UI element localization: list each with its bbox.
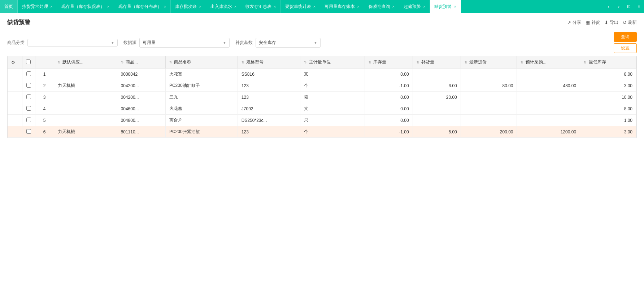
cell-stock-4: 0.00	[365, 115, 413, 126]
cell-est-4	[517, 115, 580, 126]
cell-checkbox-5[interactable]	[22, 126, 35, 138]
col-gear[interactable]: ⚙	[8, 56, 22, 69]
category-select[interactable]: ▼	[27, 39, 118, 47]
export-button[interactable]: ⬇ 导出	[604, 19, 618, 26]
cell-restock-4	[413, 115, 461, 126]
filter-row: 商品分类 ▼ 数据源 可用量 ▼ 补货基数 安全库存 ▼ 查询 设置	[7, 32, 637, 53]
tab-close-abnormal[interactable]: ×	[50, 4, 52, 9]
col-product-code[interactable]: ⇅ 商品...	[117, 56, 165, 69]
col-est-purchase[interactable]: ⇅ 预计采购...	[517, 56, 580, 69]
tab-inventory-status[interactable]: 现存量（库存状况表） ×	[57, 0, 114, 13]
nav-arrows: ‹ › ⊡ ×	[604, 0, 644, 13]
tab-close-overstock-warn[interactable]: ×	[423, 4, 425, 9]
tab-close-inventory-dist[interactable]: ×	[164, 4, 166, 9]
tab-close-expiry-query[interactable]: ×	[392, 4, 395, 9]
cell-spec-5: 123	[238, 126, 300, 138]
cell-restock-2: 20.00	[413, 92, 461, 103]
cell-code-5: 801110...	[117, 126, 165, 138]
restock-button[interactable]: ▦ 补货	[586, 19, 600, 26]
cell-est-1: 480.00	[517, 80, 580, 92]
col-checkbox[interactable]	[22, 56, 35, 69]
cell-checkbox-3[interactable]	[22, 103, 35, 115]
refresh-button[interactable]: ↺ 刷新	[623, 19, 637, 26]
cell-num-0: 1	[35, 69, 54, 80]
settings-button[interactable]: 设置	[614, 43, 637, 53]
gear-settings-icon[interactable]: ⚙	[11, 60, 15, 65]
row-checkbox-4[interactable]	[26, 118, 31, 122]
filter-actions: 查询 设置	[614, 32, 637, 53]
cell-name-3: 火花塞	[165, 103, 238, 115]
cell-name-5: PC200张紧油缸	[165, 126, 238, 138]
col-stock-qty[interactable]: ⇅ 库存量	[365, 56, 413, 69]
cell-checkbox-0[interactable]	[22, 69, 35, 80]
cell-name-0: 火花塞	[165, 69, 238, 80]
restock-basis-select[interactable]: 安全库存 ▼	[256, 38, 321, 48]
sort-spec-icon: ⇅	[242, 61, 244, 64]
cell-stock-3: 0.00	[365, 103, 413, 115]
select-all-checkbox[interactable]	[26, 59, 31, 64]
datasource-value: 可用量	[143, 40, 156, 46]
row-checkbox-3[interactable]	[26, 106, 31, 111]
col-latest-price[interactable]: ⇅ 最新进价	[461, 56, 517, 69]
tab-abnormal[interactable]: 拣货异常处理 ×	[18, 0, 57, 13]
cell-unit-2: 箱	[300, 92, 365, 103]
tab-close-recv-summary[interactable]: ×	[274, 4, 276, 9]
table-row: 4 004600... 火花塞 J7092 支 0.00 8.00	[8, 103, 636, 115]
tab-overstock-warn[interactable]: 超储预警 ×	[399, 0, 430, 13]
cell-supplier-5: 力天机械	[54, 126, 117, 138]
nav-close-btn[interactable]: ×	[634, 0, 644, 13]
datasource-label: 数据源	[123, 40, 136, 46]
tab-order-stats[interactable]: 要货单统计表 ×	[281, 0, 320, 13]
tab-close-inout-flow[interactable]: ×	[234, 4, 236, 9]
tab-close-order-stats[interactable]: ×	[313, 4, 316, 9]
page-title: 缺货预警	[7, 19, 30, 26]
sort-supplier-icon: ⇅	[58, 61, 61, 64]
tab-home[interactable]: 首页	[0, 0, 18, 13]
col-product-name[interactable]: ⇅ 商品名称	[165, 56, 238, 69]
cell-supplier-4	[54, 115, 117, 126]
nav-restore-btn[interactable]: ⊡	[624, 0, 634, 13]
row-checkbox-5[interactable]	[26, 129, 31, 134]
tab-expiry-query[interactable]: 保质期查询 ×	[364, 0, 399, 13]
page-header: 缺货预警 ↗ 分享 ▦ 补货 ⬇ 导出 ↺ 刷新	[7, 19, 637, 26]
row-checkbox-2[interactable]	[26, 94, 31, 99]
tab-recv-summary[interactable]: 收发存汇总表 ×	[241, 0, 280, 13]
cell-checkbox-4[interactable]	[22, 115, 35, 126]
restock-basis-value: 安全库存	[259, 40, 276, 46]
tab-available-ledger[interactable]: 可用量库存账本 ×	[320, 0, 364, 13]
export-icon: ⬇	[604, 20, 608, 25]
tab-inventory-dist[interactable]: 现存量（库存分布表） ×	[114, 0, 171, 13]
tab-close-inventory-status[interactable]: ×	[107, 4, 109, 9]
col-restock-qty[interactable]: ⇅ 补货量	[413, 56, 461, 69]
col-spec[interactable]: ⇅ 规格型号	[238, 56, 300, 69]
page-content: 缺货预警 ↗ 分享 ▦ 补货 ⬇ 导出 ↺ 刷新 商品分类	[0, 13, 644, 287]
col-default-supplier[interactable]: ⇅ 默认供应...	[54, 56, 117, 69]
nav-next-btn[interactable]: ›	[614, 0, 624, 13]
data-table-wrap: ⚙ ⇅ 默认供应... ⇅ 商品... ⇅	[7, 56, 637, 138]
row-checkbox-1[interactable]	[26, 83, 31, 88]
cell-est-2	[517, 92, 580, 103]
restock-basis-chevron-down-icon: ▼	[314, 41, 317, 45]
tab-batch-account[interactable]: 库存批次账 ×	[171, 0, 206, 13]
cell-min-0: 8.00	[580, 69, 636, 80]
cell-checkbox-2[interactable]	[22, 92, 35, 103]
nav-prev-btn[interactable]: ‹	[604, 0, 614, 13]
share-button[interactable]: ↗ 分享	[567, 19, 581, 26]
col-min-stock[interactable]: ⇅ 最低库存	[580, 56, 636, 69]
datasource-select[interactable]: 可用量 ▼	[139, 38, 230, 48]
table-body: 1 0000042 火花塞 SS816 支 0.00 8.00 2 力天机械 0…	[8, 69, 636, 138]
query-button[interactable]: 查询	[614, 32, 637, 42]
tab-shortage-warn[interactable]: 缺货预警 ×	[430, 0, 461, 13]
col-unit[interactable]: ⇅ 主计量单位	[300, 56, 365, 69]
tab-close-shortage-warn[interactable]: ×	[454, 4, 456, 9]
tab-close-batch-account[interactable]: ×	[199, 4, 201, 9]
cell-supplier-0	[54, 69, 117, 80]
restock-basis-label: 补货基数	[235, 40, 253, 46]
cell-code-1: 004200...	[117, 80, 165, 92]
row-checkbox-0[interactable]	[26, 71, 31, 76]
cell-restock-3	[413, 103, 461, 115]
tab-close-available-ledger[interactable]: ×	[357, 4, 359, 9]
tab-inout-flow[interactable]: 出入库流水 ×	[206, 0, 241, 13]
filter-datasource: 数据源 可用量 ▼	[123, 38, 230, 48]
cell-checkbox-1[interactable]	[22, 80, 35, 92]
